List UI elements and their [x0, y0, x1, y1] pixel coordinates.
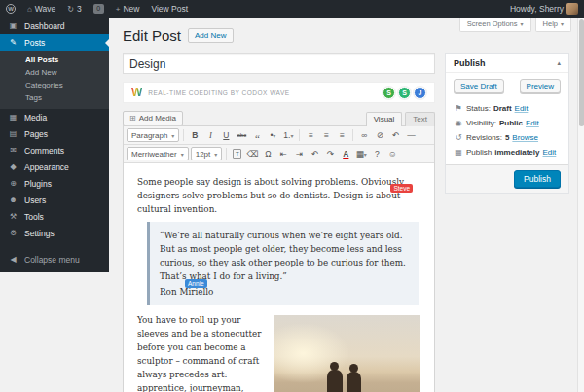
link-button[interactable]: ∞ [357, 128, 371, 142]
horizontal-rule-button[interactable]: — [404, 128, 418, 142]
sidebar-item-comments[interactable]: ✉ Comments [0, 142, 109, 159]
screen-options-button[interactable]: Screen Options ▾ [459, 18, 531, 32]
view-post-link[interactable]: View Post [145, 0, 194, 18]
inline-image[interactable] [274, 315, 420, 392]
align-right-button[interactable]: ≡ [335, 128, 348, 142]
sidebar-item-pages[interactable]: ▤ Pages [0, 125, 109, 142]
font-size-select[interactable]: 12pt ▾ [191, 147, 223, 160]
comments-link[interactable]: 0 [88, 0, 110, 18]
outdent-button[interactable]: ⇤ [276, 147, 290, 160]
sidebar-item-media[interactable]: ▦ Media [0, 109, 109, 125]
clear-formatting-button[interactable]: ⌫ [245, 147, 259, 160]
sidebar-item-plugins[interactable]: ⊕ Plugins [0, 175, 109, 192]
schedule-value: immediately [494, 148, 539, 157]
edit-status-link[interactable]: Edit [515, 104, 529, 113]
redo-button[interactable]: ↷ [323, 147, 337, 160]
unlink-button[interactable]: ⊘ [373, 128, 386, 142]
submenu-item-all-posts[interactable]: All Posts [0, 53, 109, 66]
sidebar-item-appearance[interactable]: ◆ Appearance [0, 159, 109, 175]
font-family-select[interactable]: Merriweather ▾ [127, 147, 189, 160]
collaborator-avatar-1[interactable]: S [383, 87, 395, 99]
collapse-menu-button[interactable]: ◀ Collapse menu [0, 251, 109, 267]
align-left-button[interactable]: ≡ [304, 128, 317, 142]
font-family-value: Merriweather [131, 150, 177, 159]
quote-citation: Ron Miriello [160, 285, 213, 299]
special-character-button[interactable]: Ω [261, 147, 274, 160]
edit-visibility-link[interactable]: Edit [526, 119, 539, 127]
browse-revisions-link[interactable]: Browse [512, 133, 538, 142]
screen-options-label: Screen Options [467, 19, 518, 28]
add-new-button[interactable]: Add New [188, 28, 233, 43]
schedule-label: Publish [466, 148, 492, 157]
wp-logo-menu[interactable]: W [0, 0, 21, 18]
visibility-icon: ◉ [454, 119, 463, 127]
screen-meta: Screen Options ▾ Help ▾ [459, 18, 571, 32]
help-button[interactable]: ? [370, 147, 383, 160]
help-button[interactable]: Help ▾ [535, 18, 571, 32]
underline-button[interactable]: U [219, 128, 233, 142]
numbered-list-button[interactable]: 1.▾ [281, 128, 295, 142]
settings-icon: ⚙ [8, 229, 18, 237]
revisions-label: Revisions: [466, 133, 502, 142]
align-center-button[interactable]: ≡ [319, 128, 333, 142]
text-color-button[interactable]: A [339, 147, 352, 160]
wordpress-icon: W [6, 4, 16, 14]
new-content-link[interactable]: + New [110, 0, 146, 18]
admin-bar: W ⌂ Wave ↻ 3 0 + New View Post Howdy, Sh… [0, 0, 584, 18]
undo-button[interactable]: ↶ [388, 128, 402, 142]
publish-panel: Publish ▴ Save Draft Preview ⚑ Status: D… [445, 53, 569, 194]
save-draft-button[interactable]: Save Draft [454, 79, 504, 93]
publish-button[interactable]: Publish [514, 170, 561, 188]
home-icon: ⌂ [27, 5, 32, 14]
indent-button[interactable]: ⇥ [292, 147, 306, 160]
blockquote: “We’re all naturally curious when we’re … [147, 222, 419, 304]
undo-button[interactable]: ↶ [308, 147, 321, 160]
sidebar-item-label: Plugins [24, 179, 52, 189]
editor-content-area[interactable]: Some people say design is about solving … [124, 163, 434, 392]
scrollbar-thumb[interactable] [579, 19, 584, 126]
bold-button[interactable]: B [188, 128, 201, 142]
sidebar-item-dashboard[interactable]: ▣ Dashboard [0, 18, 109, 34]
codox-logo-icon: W [131, 86, 142, 99]
strikethrough-button[interactable]: abc [235, 128, 248, 142]
blockquote-button[interactable]: “ [250, 128, 264, 142]
add-media-button[interactable]: ⊞ Add Media [123, 111, 183, 125]
collaborator-avatar-2[interactable]: S [398, 87, 411, 99]
submenu-item-add-new[interactable]: Add New [0, 66, 109, 79]
sidebar-item-users[interactable]: ☻ Users [0, 192, 109, 208]
bullet-list-button[interactable]: •▾ [266, 128, 279, 142]
updates-icon: ↻ [67, 5, 74, 14]
panel-toggle-button[interactable]: ▴ [557, 59, 561, 67]
sidebar-item-label: Dashboard [24, 21, 65, 31]
chevron-down-icon: ▾ [273, 132, 275, 139]
avatar [566, 3, 578, 15]
post-title-input[interactable] [123, 53, 435, 74]
account-menu[interactable]: Howdy, Sherry [504, 3, 584, 15]
updates-count: 3 [77, 4, 82, 14]
tab-text[interactable]: Text [405, 112, 435, 126]
submenu-item-categories[interactable]: Categories [0, 79, 109, 91]
sidebar-item-settings[interactable]: ⚙ Settings [0, 225, 109, 241]
block-format-select[interactable]: Paragraph ▾ [127, 128, 179, 142]
sidebar-column: Publish ▴ Save Draft Preview ⚑ Status: D… [445, 46, 569, 194]
preview-button[interactable]: Preview [520, 79, 561, 93]
tab-visual[interactable]: Visual [366, 112, 403, 126]
italic-button[interactable]: I [203, 128, 217, 142]
collaborator-avatar-3[interactable]: J [414, 87, 426, 99]
updates-link[interactable]: ↻ 3 [61, 0, 87, 18]
sidebar-item-tools[interactable]: ⚒ Tools [0, 208, 109, 225]
tinymce-editor: Paragraph ▾ B I U abc “ •▾ 1.▾ [123, 125, 435, 392]
site-name-link[interactable]: ⌂ Wave [21, 0, 61, 18]
tools-icon: ⚒ [8, 212, 18, 221]
submenu-item-tags[interactable]: Tags [0, 91, 109, 104]
edit-schedule-link[interactable]: Edit [543, 148, 557, 157]
emoji-button[interactable]: ☺ [385, 147, 399, 160]
paragraph-with-image: You have to roll up your sleeves and be … [137, 313, 420, 392]
table-button[interactable]: ▦▾ [354, 147, 368, 160]
codox-label: REAL-TIME COEDITING BY CODOX WAVE [148, 89, 289, 96]
chevron-down-icon: ▾ [214, 151, 217, 158]
page-title: Edit Post [123, 27, 181, 44]
sidebar-item-posts[interactable]: ✎ Posts [0, 34, 109, 51]
paste-as-text-button[interactable]: T [233, 149, 241, 159]
vertical-scrollbar[interactable] [577, 18, 584, 392]
